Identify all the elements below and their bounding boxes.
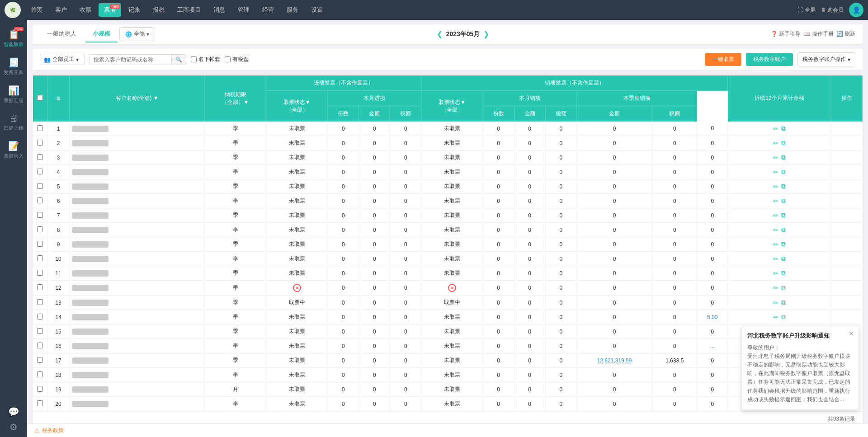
row-in-amount-cell: 0 xyxy=(359,194,390,208)
checkbox-taxdisk[interactable]: 有税盘 xyxy=(225,56,249,63)
edit-action-btn[interactable]: ✏ xyxy=(773,183,778,190)
tab-general-taxpayer[interactable]: 一般纳税人 xyxy=(40,26,84,42)
tab-small-scale[interactable]: 小规模 xyxy=(85,26,118,42)
edit-action-btn[interactable]: ✏ xyxy=(773,284,778,291)
edit-action-btn[interactable]: ✏ xyxy=(773,270,778,277)
vip-btn[interactable]: ♛ 购会员 xyxy=(821,6,844,14)
th-settings: ⚙ xyxy=(47,75,70,122)
settings-icon[interactable]: ⚙ xyxy=(9,422,18,432)
checkbox-subaccount[interactable]: 名下帐套 xyxy=(191,56,220,63)
tax-digital-ops-btn[interactable]: 税务数字账户操作 ▾ xyxy=(797,52,855,66)
edit-action-btn[interactable]: ✏ xyxy=(773,212,778,219)
chat-icon[interactable]: 💬 xyxy=(8,406,19,417)
row-checkbox[interactable] xyxy=(37,343,43,348)
copy-action-btn[interactable]: ⧉ xyxy=(781,168,786,176)
nav-accounting[interactable]: 记账 xyxy=(123,3,146,17)
nav-receive[interactable]: 收票 xyxy=(74,3,97,17)
copy-action-btn[interactable]: ⧉ xyxy=(781,197,786,205)
ret-amount-value[interactable]: 12,621,319.99 xyxy=(597,357,632,364)
nav-operation[interactable]: 经营 xyxy=(257,3,279,17)
tab-full[interactable]: 🌐 全能 ▾ xyxy=(119,27,155,41)
row-checkbox[interactable] xyxy=(37,226,43,232)
row-checkbox[interactable] xyxy=(37,386,43,392)
edit-action-btn[interactable]: ✏ xyxy=(773,226,778,234)
row-checkbox[interactable] xyxy=(37,241,43,247)
refresh-btn[interactable]: 🔄 刷新 xyxy=(836,30,855,38)
copy-action-btn[interactable]: ⧉ xyxy=(781,255,786,263)
fullscreen-btn[interactable]: ⛶ 全屏 xyxy=(797,6,815,14)
one-click-ticket-btn[interactable]: 一键取票 xyxy=(705,53,741,66)
nav-business[interactable]: 工商项目 xyxy=(172,3,206,17)
taxdisk-checkbox[interactable] xyxy=(225,56,231,62)
search-input-field[interactable] xyxy=(90,55,171,65)
nav-message[interactable]: 消息 xyxy=(208,3,231,17)
edit-action-btn[interactable]: ✏ xyxy=(773,241,778,248)
subaccount-checkbox[interactable] xyxy=(191,56,197,62)
sidebar-item-ticket-entry[interactable]: 📝 票据录入 xyxy=(0,136,27,164)
select-all-checkbox[interactable] xyxy=(37,95,43,101)
edit-action-btn[interactable]: ✏ xyxy=(773,255,778,263)
sidebar-item-invoice-summary[interactable]: 📊 票据汇总 xyxy=(0,80,27,108)
row-in-tax-cell: 0 xyxy=(390,136,421,150)
copy-action-btn[interactable]: ⧉ xyxy=(781,313,786,321)
copy-action-btn[interactable]: ⧉ xyxy=(781,226,786,234)
nav-manage[interactable]: 管理 xyxy=(232,3,255,17)
nav-settings[interactable]: 设置 xyxy=(306,3,328,17)
row-checkbox[interactable] xyxy=(37,357,43,363)
notification-close-btn[interactable]: ✕ xyxy=(849,330,854,337)
row-checkbox[interactable] xyxy=(37,314,43,320)
user-avatar[interactable]: 👤 xyxy=(849,3,863,17)
edit-action-btn[interactable]: ✏ xyxy=(773,197,778,205)
search-button[interactable]: 🔍 xyxy=(171,55,186,65)
edit-action-btn[interactable]: ✏ xyxy=(773,169,778,176)
edit-action-btn[interactable]: ✏ xyxy=(773,140,778,147)
edit-action-btn[interactable]: ✏ xyxy=(773,154,778,161)
row-checkbox[interactable] xyxy=(37,125,43,131)
row-period-cell: 季 xyxy=(204,310,266,324)
row-checkbox[interactable] xyxy=(37,400,43,406)
tax-policy-text[interactable]: 税务政策 xyxy=(42,427,64,434)
row-number-cell: 15 xyxy=(47,324,70,339)
edit-action-btn[interactable]: ✏ xyxy=(773,299,778,306)
row-checkbox[interactable] xyxy=(37,299,43,305)
nav-service[interactable]: 服务 xyxy=(281,3,304,17)
copy-action-btn[interactable]: ⧉ xyxy=(781,269,786,277)
row-checkbox[interactable] xyxy=(37,371,43,377)
copy-action-btn[interactable]: ⧉ xyxy=(781,240,786,248)
row-checkbox[interactable] xyxy=(37,255,43,261)
manual-btn[interactable]: 📖 操作手册 xyxy=(803,30,833,38)
row-in-amount-cell: 0 xyxy=(359,136,390,150)
copy-action-btn[interactable]: ⧉ xyxy=(781,183,786,190)
ret-amount-value: 0 xyxy=(613,198,616,204)
prev-month-btn[interactable]: ❮ xyxy=(437,30,443,38)
edit-action-btn[interactable]: ✏ xyxy=(773,125,778,132)
row-checkbox[interactable] xyxy=(37,328,43,334)
row-checkbox[interactable] xyxy=(37,284,43,290)
employee-select[interactable]: 👥 全部员工 ▾ xyxy=(40,54,85,65)
copy-action-btn[interactable]: ⧉ xyxy=(781,284,786,292)
row-checkbox[interactable] xyxy=(37,212,43,218)
tax-digital-account-btn[interactable]: 税务数字账户 xyxy=(746,53,793,66)
row-checkbox[interactable] xyxy=(37,140,43,146)
nav-client[interactable]: 客户 xyxy=(50,3,72,17)
row-checkbox[interactable] xyxy=(37,270,43,276)
row-out-tax-cell: 0 xyxy=(545,136,576,150)
row-checkbox[interactable] xyxy=(37,169,43,174)
copy-action-btn[interactable]: ⧉ xyxy=(781,154,786,161)
nav-home[interactable]: 首页 xyxy=(25,3,48,17)
row-checkbox[interactable] xyxy=(37,183,43,189)
nav-invoice[interactable]: 票据 new xyxy=(99,3,121,17)
copy-action-btn[interactable]: ⧉ xyxy=(781,125,786,132)
copy-action-btn[interactable]: ⧉ xyxy=(781,299,786,306)
sidebar-item-invoice-issue[interactable]: 🧾 发票开具 xyxy=(0,52,27,80)
copy-action-btn[interactable]: ⧉ xyxy=(781,211,786,219)
sidebar-item-scan-upload[interactable]: 🖨 扫描上传 xyxy=(0,108,27,136)
next-month-btn[interactable]: ❯ xyxy=(483,30,489,38)
new-guide-btn[interactable]: ❓ 新手引导 xyxy=(771,30,801,38)
sidebar-item-smart-ticket[interactable]: 📋 智能取票 new xyxy=(0,24,27,52)
row-checkbox[interactable] xyxy=(37,197,43,203)
row-checkbox[interactable] xyxy=(37,154,43,160)
nav-tax[interactable]: 报税 xyxy=(147,3,170,17)
edit-action-btn[interactable]: ✏ xyxy=(773,314,778,321)
copy-action-btn[interactable]: ⧉ xyxy=(781,139,786,147)
